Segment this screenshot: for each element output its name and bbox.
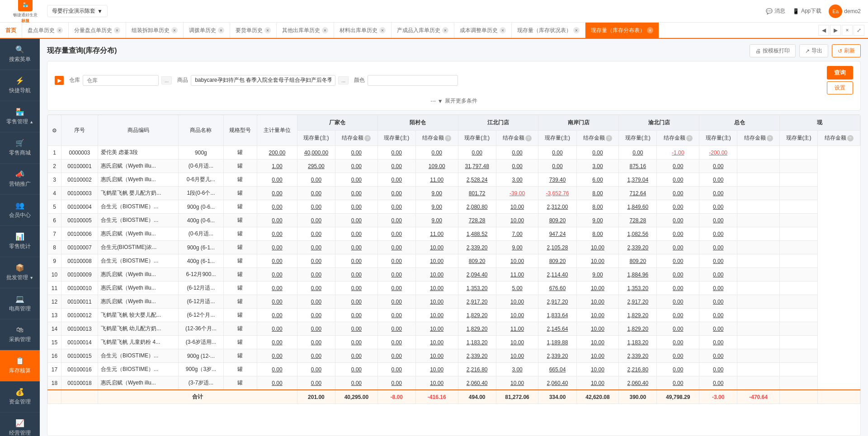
table-cell[interactable]: 0.00 bbox=[699, 254, 737, 268]
table-cell[interactable]: 0.00 bbox=[335, 227, 377, 241]
table-cell[interactable]: 31,797.48 bbox=[458, 159, 496, 173]
table-cell[interactable]: 2,339.20 bbox=[619, 349, 657, 363]
table-cell[interactable]: 0.00 bbox=[297, 187, 335, 200]
table-cell[interactable]: 0.00 bbox=[657, 268, 699, 281]
table-cell[interactable]: 9.00 bbox=[576, 268, 619, 281]
table-cell[interactable]: 0.00 bbox=[377, 268, 415, 281]
close-icon[interactable]: × bbox=[264, 27, 271, 33]
table-cell[interactable]: 0.00 bbox=[458, 146, 496, 159]
warehouse-input[interactable] bbox=[83, 75, 159, 86]
sidebar-item-search[interactable]: 🔍 搜索英单 bbox=[0, 39, 40, 70]
table-cell[interactable]: 8.00 bbox=[576, 187, 619, 200]
table-cell[interactable]: 10.00 bbox=[415, 336, 458, 349]
sidebar-item-retail-stats[interactable]: 📊 零售统计 bbox=[0, 226, 40, 257]
table-cell[interactable]: 0.00 bbox=[297, 281, 335, 295]
table-cell[interactable]: 0.00 bbox=[699, 309, 737, 322]
nav-prev-btn[interactable]: ◀ bbox=[818, 25, 829, 36]
table-cell[interactable]: 0.00 bbox=[657, 214, 699, 227]
table-cell[interactable]: 2,339.20 bbox=[458, 241, 496, 254]
table-cell[interactable]: 0.00 bbox=[297, 322, 335, 336]
table-cell[interactable]: 11.00 bbox=[415, 227, 458, 241]
tab-other-out[interactable]: 其他出库单历史 × bbox=[277, 23, 334, 38]
tab-product-in[interactable]: 产成品入库单历史 × bbox=[392, 23, 454, 38]
table-cell[interactable]: 0.00 bbox=[297, 363, 335, 376]
tab-assembly[interactable]: 组装拆卸单历史 × bbox=[126, 23, 184, 38]
table-cell[interactable]: 7.00 bbox=[496, 227, 538, 241]
table-cell[interactable]: 2,917.20 bbox=[458, 295, 496, 309]
table-cell[interactable]: 0.00 bbox=[657, 200, 699, 214]
table-cell[interactable]: 0.00 bbox=[335, 159, 377, 173]
close-icon[interactable]: × bbox=[647, 27, 653, 33]
table-cell[interactable]: 0.00 bbox=[257, 268, 297, 281]
table-cell[interactable]: 10.00 bbox=[415, 349, 458, 363]
table-cell[interactable]: 0.00 bbox=[335, 187, 377, 200]
table-cell[interactable]: 0.00 bbox=[377, 241, 415, 254]
table-cell[interactable]: 0.00 bbox=[699, 295, 737, 309]
table-cell[interactable]: 2,114.40 bbox=[538, 268, 576, 281]
table-cell[interactable]: 9.00 bbox=[415, 214, 458, 227]
table-cell[interactable]: 0.00 bbox=[335, 200, 377, 214]
table-cell[interactable]: 0.00 bbox=[699, 268, 737, 281]
table-cell[interactable]: 0.00 bbox=[257, 227, 297, 241]
table-cell[interactable]: 0.00 bbox=[415, 146, 458, 159]
table-cell[interactable]: 0.00 bbox=[257, 322, 297, 336]
close-icon[interactable]: × bbox=[442, 27, 448, 33]
table-cell[interactable]: 0.00 bbox=[496, 146, 538, 159]
table-cell[interactable]: 809.20 bbox=[458, 254, 496, 268]
table-cell[interactable]: 0.00 bbox=[297, 336, 335, 349]
sidebar-item-retail-mall[interactable]: 🛒 零售商城 bbox=[0, 132, 40, 164]
table-cell[interactable]: 0.00 bbox=[257, 187, 297, 200]
sidebar-item-marketing[interactable]: 📣 营销推广 bbox=[0, 164, 40, 195]
table-cell[interactable]: 0.00 bbox=[699, 214, 737, 227]
table-cell[interactable]: 10.00 bbox=[576, 241, 619, 254]
table-cell[interactable]: 2,145.64 bbox=[538, 322, 576, 336]
table-cell[interactable]: 0.00 bbox=[335, 309, 377, 322]
setting-button[interactable]: 设置 bbox=[827, 81, 853, 94]
table-cell[interactable]: 10.00 bbox=[415, 295, 458, 309]
table-cell[interactable]: 676.60 bbox=[538, 281, 576, 295]
table-cell[interactable]: 0.00 bbox=[699, 336, 737, 349]
table-cell[interactable]: 10.00 bbox=[415, 254, 458, 268]
table-cell[interactable]: 0.00 bbox=[619, 146, 657, 159]
table-cell[interactable]: 9.00 bbox=[496, 241, 538, 254]
table-cell[interactable]: 728.28 bbox=[619, 214, 657, 227]
table-cell[interactable]: 1,379.04 bbox=[619, 173, 657, 187]
sidebar-item-operations[interactable]: 📈 经营管理 bbox=[0, 413, 40, 436]
table-cell[interactable]: 10.00 bbox=[496, 349, 538, 363]
close-icon[interactable]: × bbox=[218, 27, 224, 33]
table-cell[interactable]: 200.00 bbox=[257, 146, 297, 159]
table-cell[interactable]: 1,488.52 bbox=[458, 227, 496, 241]
col-settings[interactable]: ⚙ bbox=[48, 115, 61, 146]
table-cell[interactable]: 0.00 bbox=[257, 336, 297, 349]
table-cell[interactable]: 0.00 bbox=[335, 173, 377, 187]
tab-requisition[interactable]: 要货单历史 × bbox=[230, 23, 277, 38]
table-cell[interactable]: 2,917.20 bbox=[538, 295, 576, 309]
table-cell[interactable]: 0.00 bbox=[377, 295, 415, 309]
table-cell[interactable]: 0.00 bbox=[335, 376, 377, 390]
table-cell[interactable]: 8.00 bbox=[576, 200, 619, 214]
info-icon[interactable]: ? bbox=[847, 135, 854, 141]
table-cell[interactable]: 3.00 bbox=[496, 363, 538, 376]
table-cell[interactable]: 0.00 bbox=[335, 322, 377, 336]
table-cell[interactable]: 9.00 bbox=[415, 187, 458, 200]
table-cell[interactable]: 0.00 bbox=[297, 376, 335, 390]
table-cell[interactable]: 0.00 bbox=[335, 349, 377, 363]
info-icon[interactable]: ? bbox=[767, 135, 773, 141]
table-cell[interactable]: 0.00 bbox=[297, 268, 335, 281]
table-cell[interactable]: 0.00 bbox=[377, 254, 415, 268]
close-icon[interactable]: × bbox=[322, 27, 328, 33]
sidebar-item-retail-mgmt[interactable]: 🏪 零售管理 ▲ bbox=[0, 101, 40, 132]
table-cell[interactable]: 295.00 bbox=[297, 159, 335, 173]
table-cell[interactable]: 0.00 bbox=[657, 173, 699, 187]
table-cell[interactable]: 0.00 bbox=[699, 227, 737, 241]
table-cell[interactable]: 9.00 bbox=[576, 214, 619, 227]
table-cell[interactable]: 1,183.20 bbox=[619, 336, 657, 349]
table-cell[interactable]: 8.00 bbox=[576, 227, 619, 241]
table-cell[interactable]: 0.00 bbox=[699, 159, 737, 173]
table-cell[interactable]: 0.00 bbox=[377, 349, 415, 363]
table-cell[interactable]: 0.00 bbox=[699, 241, 737, 254]
close-icon[interactable]: × bbox=[57, 27, 63, 33]
table-cell[interactable]: 0.00 bbox=[576, 146, 619, 159]
table-cell[interactable]: 1,189.88 bbox=[538, 336, 576, 349]
table-cell[interactable]: 2,528.24 bbox=[458, 173, 496, 187]
